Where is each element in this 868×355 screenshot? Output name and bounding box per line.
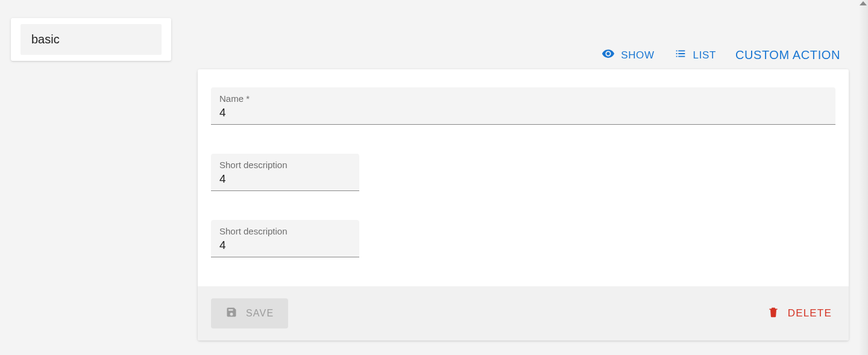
sidebar-item-label: basic <box>31 33 60 46</box>
field-label: Name * <box>219 93 827 104</box>
save-button[interactable]: Save <box>211 298 288 328</box>
custom-action-button[interactable]: Custom Action <box>734 46 841 64</box>
sidebar-item-basic[interactable]: basic <box>20 24 162 55</box>
page-actions: Show List Custom Action <box>600 45 841 66</box>
short-description-input[interactable] <box>219 171 351 188</box>
trash-icon <box>767 306 779 321</box>
list-icon <box>674 47 687 63</box>
show-label: Show <box>621 49 654 61</box>
delete-button[interactable]: Delete <box>764 306 835 322</box>
sidebar: basic <box>11 18 171 61</box>
save-label: Save <box>246 308 274 319</box>
field-name[interactable]: Name * <box>211 87 835 125</box>
eye-icon <box>602 47 615 63</box>
list-label: List <box>693 49 716 61</box>
scrollbar[interactable] <box>858 0 868 355</box>
delete-label: Delete <box>788 307 832 319</box>
custom-action-label: Custom Action <box>735 48 840 62</box>
field-label: Short description <box>219 226 351 236</box>
list-button[interactable]: List <box>673 45 717 66</box>
show-button[interactable]: Show <box>600 45 655 66</box>
name-input[interactable] <box>219 105 827 122</box>
scroll-up-icon <box>860 1 867 5</box>
short-description-input[interactable] <box>219 237 351 254</box>
save-icon <box>225 306 237 321</box>
form-area: Name * Short description Short descripti… <box>198 69 849 286</box>
field-short-description-2[interactable]: Short description <box>211 220 359 257</box>
field-label: Short description <box>219 160 351 170</box>
field-short-description-1[interactable]: Short description <box>211 154 359 191</box>
app-root: basic Show List Custom Action Name * <box>0 0 868 355</box>
form-footer: Save Delete <box>198 286 849 341</box>
edit-form-card: Name * Short description Short descripti… <box>198 69 849 341</box>
